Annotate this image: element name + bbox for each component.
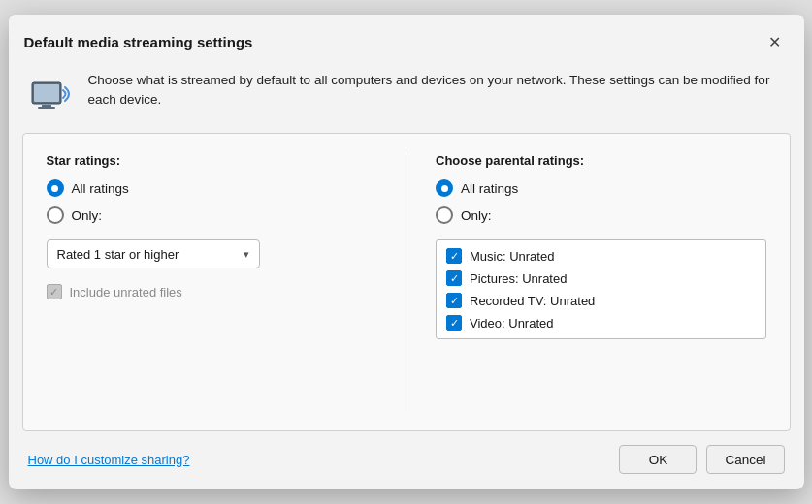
star-all-ratings-label: All ratings (72, 181, 129, 196)
parental-item-pictures[interactable]: Pictures: Unrated (446, 270, 756, 286)
header-section: Choose what is streamed by default to al… (9, 65, 804, 133)
include-unrated-option[interactable]: Include unrated files (47, 284, 377, 299)
dialog: Default media streaming settings ✕ Choos… (9, 15, 804, 489)
main-content: Star ratings: All ratings Only: Rated 1 … (22, 133, 791, 431)
footer: How do I customize sharing? OK Cancel (9, 431, 804, 489)
parental-items-list: Music: Unrated Pictures: Unrated Recorde… (436, 239, 766, 339)
svg-rect-3 (38, 107, 55, 109)
parental-all-ratings-option[interactable]: All ratings (436, 179, 766, 197)
star-only-radio[interactable] (47, 206, 64, 224)
parental-only-radio[interactable] (436, 206, 453, 224)
parental-only-label: Only: (461, 208, 492, 223)
star-rating-dropdown-wrapper: Rated 1 star or higher ▾ (47, 239, 377, 268)
parental-item-recorded-tv[interactable]: Recorded TV: Unrated (446, 293, 756, 308)
include-unrated-checkbox[interactable] (47, 284, 62, 299)
footer-buttons: OK Cancel (619, 445, 784, 474)
header-description: Choose what is streamed by default to al… (88, 71, 785, 110)
title-bar: Default media streaming settings ✕ (9, 15, 804, 65)
parental-item-music[interactable]: Music: Unrated (446, 248, 756, 264)
parental-all-ratings-label: All ratings (461, 181, 518, 196)
dropdown-arrow-icon: ▾ (244, 248, 249, 261)
right-panel: Choose parental ratings: All ratings Onl… (406, 153, 766, 411)
star-rating-dropdown-value: Rated 1 star or higher (57, 247, 179, 262)
ok-button[interactable]: OK (619, 445, 697, 474)
star-only-option[interactable]: Only: (47, 206, 377, 224)
parental-item-video[interactable]: Video: Unrated (446, 315, 756, 331)
parental-ratings-radio-group: All ratings Only: (436, 179, 766, 224)
streaming-icon (28, 71, 75, 117)
help-link[interactable]: How do I customize sharing? (28, 453, 190, 467)
parental-video-checkbox[interactable] (446, 315, 462, 331)
parental-recorded-tv-label: Recorded TV: Unrated (470, 294, 595, 308)
parental-only-option[interactable]: Only: (436, 206, 766, 224)
close-button[interactable]: ✕ (762, 28, 789, 55)
parental-video-label: Video: Unrated (470, 316, 554, 331)
cancel-button[interactable]: Cancel (706, 445, 784, 474)
dialog-title: Default media streaming settings (24, 34, 253, 50)
parental-music-checkbox[interactable] (446, 248, 462, 264)
parental-all-ratings-radio[interactable] (436, 179, 453, 197)
star-ratings-radio-group: All ratings Only: (47, 179, 377, 224)
star-rating-dropdown[interactable]: Rated 1 star or higher ▾ (47, 239, 260, 268)
parental-pictures-checkbox[interactable] (446, 270, 462, 286)
star-only-label: Only: (72, 208, 103, 223)
star-ratings-label: Star ratings: (47, 153, 377, 168)
parental-music-label: Music: Unrated (470, 249, 554, 264)
left-panel: Star ratings: All ratings Only: Rated 1 … (47, 153, 407, 411)
header-icon (28, 71, 75, 117)
svg-rect-1 (34, 84, 59, 102)
parental-pictures-label: Pictures: Unrated (470, 271, 567, 286)
include-unrated-label: Include unrated files (70, 285, 182, 299)
parental-recorded-tv-checkbox[interactable] (446, 293, 462, 308)
parental-ratings-label: Choose parental ratings: (436, 153, 766, 168)
star-all-ratings-option[interactable]: All ratings (47, 179, 377, 197)
star-all-ratings-radio[interactable] (47, 179, 64, 197)
